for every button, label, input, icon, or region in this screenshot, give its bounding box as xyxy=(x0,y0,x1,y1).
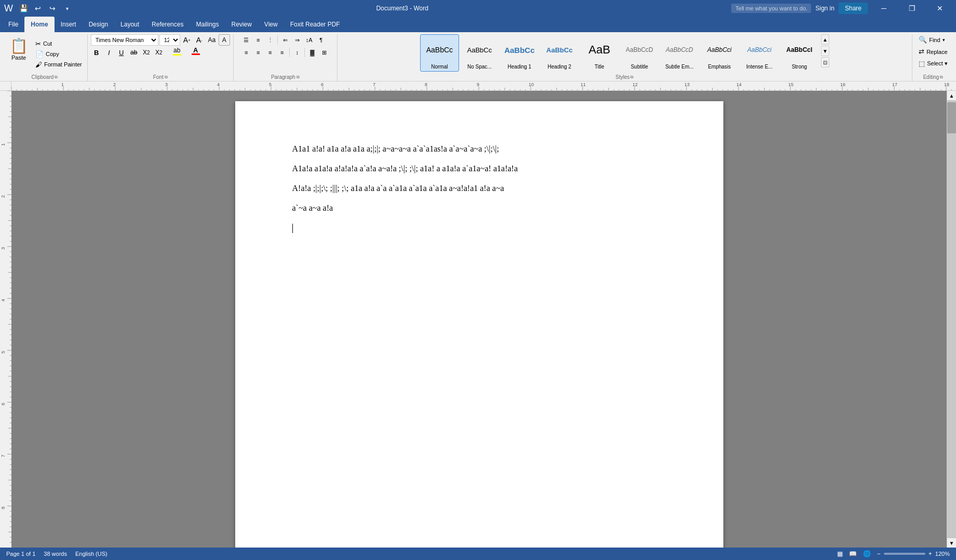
replace-button[interactable]: ⇄ Replace xyxy=(915,46,951,57)
style-item-h1[interactable]: AaBbCc Heading 1 xyxy=(500,34,539,72)
scroll-down-btn[interactable]: ▼ xyxy=(947,538,957,548)
clear-format-btn[interactable]: A xyxy=(219,34,230,46)
format-painter-button[interactable]: 🖌 Format Painter xyxy=(33,60,84,70)
tab-view[interactable]: View xyxy=(258,17,284,32)
style-item-strong[interactable]: AaBbCcI Strong xyxy=(780,34,819,72)
paragraph-expand-icon[interactable]: ⧉ xyxy=(297,75,300,80)
customize-quick-btn[interactable]: ▾ xyxy=(61,2,73,15)
italic-btn[interactable]: I xyxy=(103,47,115,58)
bullets-btn[interactable]: ☰ xyxy=(240,34,252,46)
style-item-normal[interactable]: AaBbCc Normal xyxy=(420,34,459,72)
document-page[interactable]: A1a1 a!a! a1a a!a a1a a;|;|; a~a~a~a a`a… xyxy=(235,101,723,548)
print-layout-btn[interactable]: ▦ xyxy=(836,549,844,558)
left-ruler-canvas xyxy=(0,91,11,548)
tab-home[interactable]: Home xyxy=(24,17,54,32)
change-case-btn[interactable]: Aa xyxy=(206,34,218,46)
zoom-in-btn[interactable]: + xyxy=(927,549,933,558)
title-bar: W 💾 ↩ ↪ ▾ Document3 - Word Sign in Share… xyxy=(0,0,956,17)
styles-scroll-down-btn[interactable]: ▼ xyxy=(821,46,829,56)
increase-font-btn[interactable]: A+ xyxy=(181,34,193,46)
tab-references[interactable]: References xyxy=(145,17,190,32)
format-painter-label: Format Painter xyxy=(44,61,82,67)
style-item-nospace[interactable]: AaBbCc No Spac... xyxy=(460,34,499,72)
show-marks-btn[interactable]: ¶ xyxy=(315,34,327,46)
increase-indent-btn[interactable]: ⇒ xyxy=(291,34,303,46)
strikethrough-btn[interactable]: ab xyxy=(128,47,140,58)
subscript-btn[interactable]: X2 xyxy=(141,47,152,58)
align-left-btn[interactable]: ≡ xyxy=(240,47,252,58)
paragraph-5[interactable] xyxy=(292,222,666,234)
tell-me-input[interactable] xyxy=(731,4,811,13)
decrease-indent-btn[interactable]: ⇐ xyxy=(279,34,291,46)
ribbon-tabs: File Home Insert Design Layout Reference… xyxy=(0,17,956,32)
paragraph-4[interactable]: a`~a a~a a!a xyxy=(292,202,666,214)
scroll-track[interactable] xyxy=(947,100,956,538)
align-right-btn[interactable]: ≡ xyxy=(264,47,276,58)
tab-insert[interactable]: Insert xyxy=(55,17,83,32)
align-center-btn[interactable]: ≡ xyxy=(252,47,264,58)
copy-button[interactable]: 📄 Copy xyxy=(33,49,84,59)
find-button[interactable]: 🔍 Find ▾ xyxy=(915,34,951,45)
line-spacing-btn[interactable]: ↕ xyxy=(291,47,303,58)
style-preview-h2: AaBbCc xyxy=(546,36,573,64)
tab-layout[interactable]: Layout xyxy=(114,17,145,32)
styles-expand-icon[interactable]: ⧉ xyxy=(630,75,634,80)
paragraph-3[interactable]: A!a!a ;|;|;\; ;|||; ;\; a1a a!a a`a a`a1… xyxy=(292,182,666,195)
tab-file[interactable]: File xyxy=(2,17,24,32)
styles-scroll-up-btn[interactable]: ▲ xyxy=(821,34,829,45)
font-size-dropdown[interactable]: 12 xyxy=(159,34,180,46)
undo-quick-btn[interactable]: ↩ xyxy=(32,2,44,15)
scroll-up-btn[interactable]: ▲ xyxy=(947,91,957,100)
cut-button[interactable]: ✂ Cut xyxy=(33,39,84,49)
superscript-btn[interactable]: X2 xyxy=(153,47,165,58)
sort-btn[interactable]: ↕A xyxy=(303,34,315,46)
underline-btn[interactable]: U xyxy=(116,47,127,58)
restore-button[interactable]: ❐ xyxy=(900,0,924,17)
sign-in-button[interactable]: Sign in xyxy=(815,5,834,12)
tab-mailings[interactable]: Mailings xyxy=(190,17,225,32)
read-mode-btn[interactable]: 📖 xyxy=(848,549,858,558)
font-name-dropdown[interactable]: Times New Roman xyxy=(91,34,158,46)
clipboard-expand-icon[interactable]: ⧉ xyxy=(55,75,58,80)
scroll-thumb[interactable] xyxy=(947,102,956,133)
font-color-btn[interactable]: A xyxy=(188,47,203,58)
font-expand-icon[interactable]: ⧉ xyxy=(165,75,168,80)
tab-design[interactable]: Design xyxy=(83,17,114,32)
document-area[interactable]: A1a1 a!a! a1a a!a a1a a;|;|; a~a~a~a a`a… xyxy=(11,91,947,548)
shading-btn[interactable]: ▓ xyxy=(306,47,318,58)
styles-expand-btn[interactable]: ⊡ xyxy=(821,57,829,67)
borders-btn[interactable]: ⊞ xyxy=(318,47,330,58)
close-button[interactable]: ✕ xyxy=(928,0,952,17)
tab-foxit[interactable]: Foxit Reader PDF xyxy=(284,17,346,32)
decrease-font-btn[interactable]: A- xyxy=(194,34,205,46)
share-button[interactable]: Share xyxy=(839,3,868,14)
zoom-out-btn[interactable]: − xyxy=(876,549,882,558)
multilevel-btn[interactable]: ⋮ xyxy=(264,34,276,46)
font-name-select[interactable]: Times New Roman xyxy=(91,34,158,46)
zoom-slider[interactable] xyxy=(884,553,925,555)
paste-button[interactable]: 📋 Paste xyxy=(5,37,32,63)
style-item-title[interactable]: AaB Title xyxy=(580,34,619,72)
style-item-subtleem[interactable]: AaBbCcD Subtle Em... xyxy=(660,34,699,72)
style-item-subtitle[interactable]: AaBbCcD Subtitle xyxy=(620,34,659,72)
minimize-button[interactable]: ─ xyxy=(872,0,896,17)
tab-review[interactable]: Review xyxy=(225,17,258,32)
save-quick-btn[interactable]: 💾 xyxy=(17,2,30,15)
justify-btn[interactable]: ≡ xyxy=(276,47,288,58)
web-layout-btn[interactable]: 🌐 xyxy=(862,549,872,558)
paragraph-2[interactable]: A1a!a a1a!a a!a!a!a a`a!a a~a!a ;\|; ;\|… xyxy=(292,162,666,175)
style-item-intenseem[interactable]: AaBbCci Intense E... xyxy=(740,34,779,72)
paragraph-1[interactable]: A1a1 a!a! a1a a!a a1a a;|;|; a~a~a~a a`a… xyxy=(292,143,666,155)
document-title: Document3 - Word xyxy=(73,5,731,12)
document-content[interactable]: A1a1 a!a! a1a a!a a1a a;|;|; a~a~a~a a`a… xyxy=(292,143,666,234)
select-button[interactable]: ⬚ Select ▾ xyxy=(915,58,951,69)
style-item-h2[interactable]: AaBbCc Heading 2 xyxy=(540,34,579,72)
editing-expand-icon[interactable]: ⧉ xyxy=(940,75,943,80)
text-highlight-btn[interactable]: ab xyxy=(170,47,184,58)
redo-quick-btn[interactable]: ↪ xyxy=(46,2,59,15)
vertical-scrollbar[interactable]: ▲ ▼ xyxy=(947,91,956,548)
numbering-btn[interactable]: ≡ xyxy=(252,34,264,46)
style-item-emphasis[interactable]: AaBbCci Emphasis xyxy=(700,34,739,72)
font-size-select[interactable]: 12 xyxy=(159,34,180,46)
bold-btn[interactable]: B xyxy=(91,47,102,58)
